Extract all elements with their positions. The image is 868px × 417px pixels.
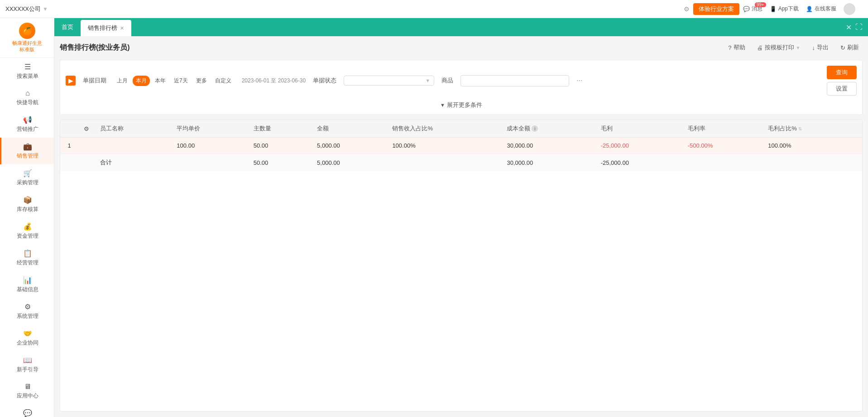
filter-row-1: ▶ 单据日期 上月 本月 本年 近7天 更多 自定义 2023-06-01 至 …	[66, 66, 857, 96]
date-btn-this-month[interactable]: 本月	[133, 76, 150, 86]
sidebar-item-basic[interactable]: 📊 基础信息	[0, 271, 54, 298]
export-button[interactable]: ↓ 导出	[809, 42, 833, 53]
help-button[interactable]: ? 帮助	[724, 42, 748, 53]
cost-info-icon[interactable]: i	[532, 125, 538, 132]
print-button[interactable]: 🖨 按模板打印 ▼	[753, 42, 804, 53]
date-btn-custom[interactable]: 自定义	[212, 76, 235, 86]
date-filter-label: 单据日期	[83, 77, 106, 85]
sidebar-item-marketing[interactable]: 📢 营销推广	[0, 111, 54, 138]
th-avg-price: 平均单价	[171, 120, 248, 138]
print-dropdown-icon: ▼	[796, 45, 801, 50]
settings-button[interactable]: 设置	[827, 82, 857, 96]
date-btn-this-year[interactable]: 本年	[152, 76, 169, 86]
sidebar-item-label: 搜索菜单	[17, 72, 38, 80]
trial-button[interactable]: 体验行业方案	[693, 3, 739, 15]
td-cost: 30,000.00	[501, 138, 595, 154]
goods-filter-label: 商品	[441, 77, 453, 85]
basic-icon: 📊	[23, 276, 32, 284]
tab-home-label: 首页	[62, 23, 73, 31]
date-btn-last-month[interactable]: 上月	[114, 76, 131, 86]
sidebar-item-search[interactable]: ☰ 搜索菜单	[0, 58, 54, 85]
help-icon: ?	[728, 44, 731, 51]
sidebar: 🍊 畅康通好生意 标准版 ☰ 搜索菜单 ⌂ 快捷导航 📢 营销推广 💼 销售管理…	[0, 18, 54, 417]
td-rank: 1	[60, 138, 78, 154]
expand-row: ▼ 展开更多条件	[66, 99, 857, 109]
profit-pct-sort-icon[interactable]: ⇅	[798, 126, 802, 131]
tab-close-icon[interactable]: ✕	[120, 25, 124, 31]
sidebar-item-cooperation[interactable]: 🤝 企业协同	[0, 325, 54, 351]
service-icon: 👤	[806, 6, 813, 12]
td-avg-price: 100.00	[171, 138, 248, 154]
date-btn-last7[interactable]: 近7天	[171, 76, 191, 86]
goods-input[interactable]	[460, 75, 569, 86]
message-btn[interactable]: 💬 消息 99+	[743, 5, 762, 13]
apps-icon: 🖥	[24, 383, 31, 391]
th-settings[interactable]: ⚙	[78, 120, 95, 138]
export-label: 导出	[817, 43, 829, 52]
goods-ellipsis-btn[interactable]: ···	[576, 77, 582, 85]
td-qty: 50.00	[248, 138, 312, 154]
avatar[interactable]	[844, 3, 855, 15]
footer-rank	[60, 154, 78, 172]
sidebar-item-finance[interactable]: 💰 资金管理	[0, 218, 54, 244]
sidebar-item-guide[interactable]: 📖 新手引导	[0, 351, 54, 378]
date-btn-more[interactable]: 更多	[193, 76, 210, 86]
footer-label: 合计	[95, 154, 171, 172]
wechat-icon: 💬	[23, 409, 32, 417]
sidebar-item-wechat[interactable]: 💬 企业微信	[0, 404, 54, 417]
refresh-label: 刷新	[847, 43, 859, 52]
app-download-btn[interactable]: 📱 App下载	[770, 5, 799, 13]
sidebar-item-apps[interactable]: 🖥 应用中心	[0, 378, 54, 404]
filter-date-btns: 上月 本月 本年 近7天 更多 自定义	[114, 76, 235, 86]
tab-bar-right: ✕ ⛶	[846, 23, 868, 32]
footer-qty: 50.00	[248, 154, 312, 172]
sidebar-item-label: 库存核算	[17, 206, 38, 213]
footer-settings	[78, 154, 95, 172]
tab-maximize-icon[interactable]: ⛶	[855, 23, 863, 31]
tab-home[interactable]: 首页	[54, 18, 81, 36]
sidebar-item-label: 销售管理	[17, 152, 38, 160]
query-button[interactable]: 查询	[827, 66, 857, 79]
tab-minimize-icon[interactable]: ✕	[846, 23, 852, 32]
gear-icon[interactable]: ⚙	[684, 5, 690, 13]
main-layout: 🍊 畅康通好生意 标准版 ☰ 搜索菜单 ⌂ 快捷导航 📢 营销推广 💼 销售管理…	[0, 18, 868, 417]
td-profit: -25,000.00	[595, 138, 682, 154]
filter-collapse-btn[interactable]: ▶	[66, 76, 76, 86]
sidebar-item-label: 新手引导	[17, 366, 38, 374]
message-badge: 99+	[755, 2, 766, 7]
footer-amount: 5,000.00	[312, 154, 387, 172]
company-dropdown-icon[interactable]: ▼	[43, 6, 48, 12]
home-icon: ⌂	[25, 89, 30, 97]
footer-profit-rate	[682, 154, 763, 172]
refresh-button[interactable]: ↻ 刷新	[837, 42, 863, 53]
company-selector[interactable]: XXXXXX公司 ▼	[5, 5, 680, 13]
sidebar-item-label: 经营管理	[17, 259, 38, 267]
app-label: App下载	[778, 5, 799, 13]
sidebar-item-purchase[interactable]: 🛒 采购管理	[0, 164, 54, 191]
sidebar-item-sales[interactable]: 💼 销售管理	[0, 138, 54, 164]
online-service-btn[interactable]: 👤 在线客服	[806, 5, 836, 13]
tab-sales-rank[interactable]: 销售排行榜 ✕	[81, 20, 131, 36]
top-bar-right: 💬 消息 99+ 📱 App下载 👤 在线客服	[743, 3, 863, 15]
sidebar-item-label: 营销推广	[17, 125, 38, 133]
finance-icon: 💰	[23, 222, 32, 231]
sidebar-item-quick[interactable]: ⌂ 快捷导航	[0, 85, 54, 111]
marketing-icon: 📢	[23, 115, 32, 124]
td-sales-pct: 100.00%	[387, 138, 501, 154]
sidebar-item-label: 采购管理	[17, 179, 38, 187]
sidebar-item-system[interactable]: ⚙ 系统管理	[0, 298, 54, 325]
sidebar-item-operation[interactable]: 📋 经营管理	[0, 244, 54, 271]
status-select[interactable]: ▼	[344, 76, 434, 86]
expand-conditions-btn[interactable]: ▼ 展开更多条件	[440, 101, 482, 109]
tab-bar: 首页 销售排行榜 ✕ ✕ ⛶	[54, 18, 868, 36]
sidebar-item-inventory[interactable]: 📦 库存核算	[0, 191, 54, 218]
print-icon: 🖨	[757, 44, 763, 51]
data-table: ⚙ 员工名称 平均单价 主数量 全额	[60, 120, 862, 171]
footer-cost: 30,000.00	[501, 154, 595, 172]
status-filter-label: 单据状态	[313, 77, 336, 85]
th-qty: 主数量	[248, 120, 312, 138]
app-icon: 📱	[770, 6, 777, 12]
th-amount: 全额	[312, 120, 387, 138]
td-profit-rate: -500.00%	[682, 138, 763, 154]
sidebar-item-label: 快捷导航	[17, 99, 38, 106]
